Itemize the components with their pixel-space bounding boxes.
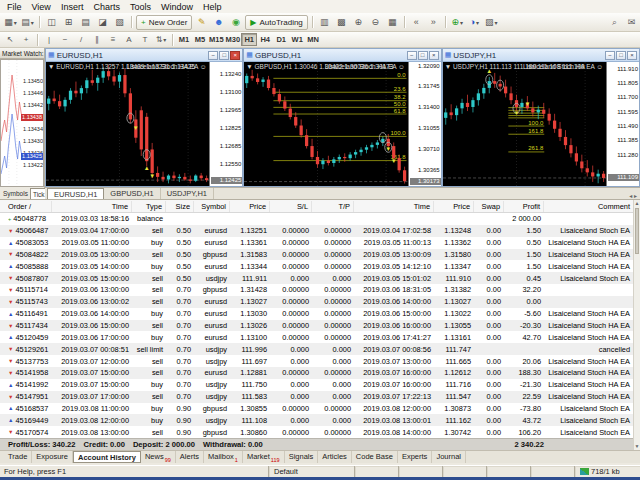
column-header-profit[interactable]: Profit bbox=[504, 201, 544, 212]
tile-windows-button[interactable]: ▥ bbox=[317, 15, 332, 30]
chart-tab-scroll-icons[interactable]: ◂ ▸ bbox=[629, 192, 640, 199]
column-header-time[interactable]: Time bbox=[52, 201, 132, 212]
add-indicator-button[interactable]: ⊕▾ bbox=[450, 15, 465, 30]
status-cell-4[interactable] bbox=[486, 466, 530, 477]
chart-plot[interactable]: ▼▲▼ bbox=[46, 62, 209, 186]
history-row[interactable]: ▲451164912019.03.06 14:00:00buy0.70eurus… bbox=[0, 308, 640, 320]
close-button[interactable]: × bbox=[230, 51, 240, 60]
chart-tab-usdjpy-h1[interactable]: USDJPY,H1 bbox=[161, 188, 214, 199]
sounds-button[interactable]: ◉ bbox=[228, 15, 243, 30]
scrollbar-thumb[interactable] bbox=[635, 208, 639, 254]
history-row[interactable]: ▼451479512019.03.07 17:00:00sell0.70usdj… bbox=[0, 391, 640, 403]
data-window-toggle-button[interactable]: ⊞ bbox=[61, 15, 76, 30]
timeframe-m1[interactable]: M1 bbox=[176, 33, 192, 46]
tick-chart[interactable]: 1.134501.134461.134421.134381.134341.134… bbox=[0, 59, 44, 187]
history-row[interactable]: ▼451157432019.03.06 13:00:02sell0.70euru… bbox=[0, 296, 640, 308]
restore-button[interactable]: □ bbox=[418, 51, 428, 60]
history-row[interactable]: ▲450858882019.03.05 14:00:00buy0.50eurus… bbox=[0, 260, 640, 272]
menu-charts[interactable]: Charts bbox=[88, 2, 125, 12]
text-button[interactable]: A bbox=[122, 33, 136, 46]
column-header-size[interactable]: Size bbox=[166, 201, 194, 212]
chart-tab-eurusd-h1[interactable]: EURUSD,H1 bbox=[47, 188, 104, 199]
label-button[interactable]: T bbox=[138, 33, 152, 46]
column-header-time[interactable]: Time bbox=[354, 201, 434, 212]
timeframe-mn[interactable]: MN bbox=[305, 33, 321, 46]
chart-body[interactable]: 100.0161.8261.8▲▼▼▼ USDJPY,H1 111.113 11… bbox=[443, 62, 639, 186]
chart-price-scale[interactable]: 1.320901.317451.314001.310551.307101.303… bbox=[408, 62, 441, 186]
vertical-line-button[interactable]: | bbox=[42, 33, 56, 46]
history-row[interactable]: ▲451694492019.03.08 12:00:00buy0.90usdjp… bbox=[0, 414, 640, 426]
timeframe-m15[interactable]: M15 bbox=[208, 33, 225, 46]
zoom-out-button[interactable]: ⊖ bbox=[368, 15, 383, 30]
column-header-type[interactable]: Type bbox=[132, 201, 166, 212]
terminal-tab-journal[interactable]: Journal bbox=[432, 451, 466, 463]
terminal-tab-mailbox[interactable]: Mailbox1 bbox=[204, 451, 243, 463]
market-watch-tab-symbols[interactable]: Symbols bbox=[1, 188, 30, 199]
column-header-price[interactable]: Price bbox=[434, 201, 474, 212]
navigator-toggle-button[interactable]: ▤ bbox=[78, 15, 93, 30]
terminal-tab-news[interactable]: News99 bbox=[141, 451, 176, 463]
strategy-tester-toggle-button[interactable]: ▧ bbox=[112, 15, 127, 30]
history-scrollbar[interactable]: ▲ ▼ bbox=[633, 200, 640, 450]
chart-tab-gbpusd-h1[interactable]: GBPUSD,H1 bbox=[104, 188, 160, 199]
history-row[interactable]: +450487782019.03.03 18:58:16balance2 000… bbox=[0, 213, 640, 225]
timeframe-h1[interactable]: H1 bbox=[241, 33, 257, 46]
arrows-button[interactable]: ⇅▾ bbox=[154, 33, 168, 46]
terminal-tab-alerts[interactable]: Alerts bbox=[176, 451, 204, 463]
restore-button[interactable]: □ bbox=[616, 51, 626, 60]
history-row[interactable]: ▼450664872019.03.04 17:00:00sell0.50euru… bbox=[0, 225, 640, 237]
timeframe-d1[interactable]: D1 bbox=[273, 33, 289, 46]
auto-arrange-button[interactable]: ▦ bbox=[385, 15, 400, 30]
status-cell-default[interactable]: Default bbox=[268, 466, 354, 477]
crosshair-button[interactable]: + bbox=[19, 33, 33, 46]
menu-window[interactable]: Window bbox=[156, 2, 198, 12]
history-row[interactable]: ▲450830532019.03.05 11:00:00buy0.50eurus… bbox=[0, 237, 640, 249]
periods-button[interactable]: ◑▾ bbox=[467, 15, 482, 30]
metaeditor-button[interactable]: ✎ bbox=[194, 15, 209, 30]
cascade-windows-button[interactable]: ▩ bbox=[334, 15, 349, 30]
history-row[interactable]: ▼451705742019.03.08 13:00:00sell0.90gbpu… bbox=[0, 426, 640, 438]
terminal-toggle-button[interactable]: ◪ bbox=[95, 15, 110, 30]
menu-help[interactable]: Help bbox=[198, 2, 227, 12]
terminal-tab-trade[interactable]: Trade bbox=[4, 451, 32, 463]
history-row[interactable]: ▼451419582019.03.07 15:00:00sell0.70euru… bbox=[0, 367, 640, 379]
terminal-tab-exposure[interactable]: Exposure bbox=[32, 451, 73, 463]
timeframe-h4[interactable]: H4 bbox=[257, 33, 273, 46]
autotrading-button[interactable]: ▶AutoTrading bbox=[245, 15, 307, 30]
templates-button[interactable]: ▨▾ bbox=[484, 15, 499, 30]
history-row[interactable]: ▲451685372019.03.08 11:00:00buy0.90gbpus… bbox=[0, 403, 640, 415]
restore-button[interactable]: □ bbox=[219, 51, 229, 60]
status-cell-718-1-kb[interactable]: 718/1 kb bbox=[574, 466, 640, 477]
new-chart-button[interactable]: ▦▾ bbox=[3, 15, 18, 30]
history-row[interactable]: ▼451377532019.03.07 12:00:00sell0.70usdj… bbox=[0, 355, 640, 367]
status-cell-2[interactable] bbox=[398, 466, 442, 477]
column-header-t-p[interactable]: T/P bbox=[312, 201, 354, 212]
horizontal-line-button[interactable]: − bbox=[58, 33, 72, 46]
minimize-button[interactable]: − bbox=[407, 51, 417, 60]
terminal-tab-code-base[interactable]: Code Base bbox=[352, 451, 398, 463]
experts-button[interactable]: ☻ bbox=[211, 15, 226, 30]
column-header-swap[interactable]: Swap bbox=[474, 201, 504, 212]
history-row[interactable]: ▼451174342019.03.06 15:00:00sell0.70euru… bbox=[0, 320, 640, 332]
history-row[interactable]: ▲451204592019.03.06 17:00:00buy0.70eurus… bbox=[0, 331, 640, 343]
scroll-up-icon[interactable]: ▲ bbox=[634, 200, 640, 207]
column-header-comment[interactable]: Comment bbox=[544, 201, 633, 212]
minimize-button[interactable]: − bbox=[605, 51, 615, 60]
chart-price-scale[interactable]: 1.132401.131001.129651.128251.126851.125… bbox=[209, 62, 242, 186]
minimize-button[interactable]: − bbox=[208, 51, 218, 60]
chart-plot[interactable]: 0.023.638.250.061.8100.0161.8▼▼ bbox=[244, 62, 407, 186]
chart-body[interactable]: 0.023.638.250.061.8100.0161.8▼▼▼ GBPUSD,… bbox=[244, 62, 440, 186]
history-row[interactable]: ▼450848222019.03.05 13:00:00sell0.50gbpu… bbox=[0, 249, 640, 261]
chart-body[interactable]: ▼▲▼▼ EURUSD,H1 1.13257 1.13439 1.13231 1… bbox=[46, 62, 242, 186]
search-button[interactable]: ⌕ bbox=[607, 15, 622, 30]
history-row[interactable]: ▼451292612019.03.07 00:08:51sell limit0.… bbox=[0, 343, 640, 355]
menu-view[interactable]: View bbox=[27, 2, 56, 12]
terminal-tab-market[interactable]: Market119 bbox=[243, 451, 285, 463]
profiles-button[interactable]: ▤▾ bbox=[20, 15, 35, 30]
menu-insert[interactable]: Insert bbox=[56, 2, 89, 12]
status-cell-5[interactable] bbox=[530, 466, 574, 477]
scroll-down-icon[interactable]: ▼ bbox=[634, 443, 640, 450]
timeframe-m5[interactable]: M5 bbox=[192, 33, 208, 46]
chart-price-scale[interactable]: 111.910111.805111.700111.595111.490111.3… bbox=[606, 62, 639, 186]
new-order-button[interactable]: +New Order bbox=[136, 15, 192, 30]
